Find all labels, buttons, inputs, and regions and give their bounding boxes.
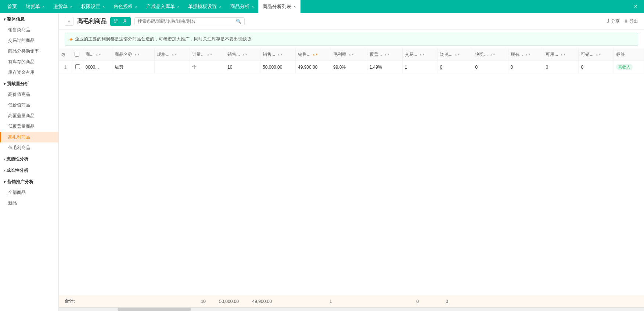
close-icon[interactable]: × bbox=[70, 4, 72, 9]
col-sales3[interactable]: 销售... ▲▼ bbox=[296, 48, 331, 61]
close-icon[interactable]: × bbox=[219, 4, 221, 9]
sidebar-collapse-button[interactable]: « bbox=[65, 17, 73, 26]
nav-sales-order[interactable]: 销货单 × bbox=[21, 0, 49, 13]
col-stock3[interactable]: 可销... ▲▼ bbox=[579, 48, 614, 61]
col-browse1[interactable]: 浏览... ▲▼ bbox=[438, 48, 473, 61]
sidebar-item-low-margin[interactable]: 低毛利商品 bbox=[0, 142, 58, 153]
sidebar-item-high-coverage[interactable]: 高覆盖量商品 bbox=[0, 111, 58, 121]
info-banner: ◈ 企业的主要的利润都是这部分商品创造的，可考虑加大推广，同时关注库存是不要出现… bbox=[65, 33, 638, 46]
cell-stock1: 0 bbox=[508, 61, 543, 73]
table-container[interactable]: ⚙ 商... ▲▼ 商品名称 ▲▼ bbox=[59, 48, 644, 295]
date-filter-button[interactable]: 近一月 bbox=[110, 17, 131, 26]
col-stock1[interactable]: 现有... ▲▼ bbox=[508, 48, 543, 61]
sort-icon: ▲▼ bbox=[242, 53, 248, 56]
footer-label: 合计: bbox=[65, 298, 75, 304]
search-input[interactable] bbox=[138, 19, 236, 24]
nav-role-auth[interactable]: 角色授权 × bbox=[109, 0, 141, 13]
info-icon: ◈ bbox=[69, 37, 73, 42]
table-header-row: ⚙ 商... ▲▼ 商品名称 ▲▼ bbox=[59, 48, 644, 61]
close-icon[interactable]: × bbox=[294, 4, 296, 9]
nav-home[interactable]: 首页 bbox=[3, 0, 21, 13]
chevron-down-icon: ▾ bbox=[4, 180, 6, 184]
select-all-checkbox[interactable] bbox=[75, 52, 79, 57]
col-transaction[interactable]: 交易... ▲▼ bbox=[402, 48, 438, 61]
cell-browse1[interactable]: 0 bbox=[438, 61, 473, 73]
chevron-down-icon: ▾ bbox=[4, 82, 6, 86]
col-spec[interactable]: 规格... ▲▼ bbox=[155, 48, 190, 61]
sidebar-item-sales-goods[interactable]: 销售类商品 bbox=[0, 25, 58, 35]
col-code[interactable]: 商... ▲▼ bbox=[83, 48, 112, 61]
search-icon[interactable]: 🔍 bbox=[236, 19, 241, 24]
cell-transaction: 1 bbox=[402, 61, 438, 73]
col-checkbox bbox=[72, 48, 83, 61]
col-gross-rate[interactable]: 毛利率 ▲▼ bbox=[331, 48, 367, 61]
nav-permission-settings[interactable]: 权限设置 × bbox=[77, 0, 109, 13]
cell-sales1: 10 bbox=[225, 61, 260, 73]
sidebar-item-high-value[interactable]: 高价值商品 bbox=[0, 89, 58, 100]
settings-icon[interactable]: ⚙ bbox=[61, 52, 66, 58]
sidebar-item-low-coverage[interactable]: 低覆盖量商品 bbox=[0, 121, 58, 132]
cell-sales3: 49,900.00 bbox=[296, 61, 331, 73]
footer-stock2: 0 bbox=[419, 299, 448, 304]
share-icon: ⤴ bbox=[607, 19, 609, 24]
share-button[interactable]: ⤴ 分享 bbox=[607, 18, 620, 25]
close-icon[interactable]: × bbox=[252, 4, 254, 9]
sidebar-group-overall[interactable]: ▾ 整体信息 bbox=[0, 13, 58, 25]
sidebar-item-category-sales-rate[interactable]: 商品分类助销率 bbox=[0, 46, 58, 57]
nav-product-analysis-list[interactable]: 商品分析列表 × bbox=[258, 0, 300, 13]
sidebar-item-stock-capital[interactable]: 库存资金占用 bbox=[0, 67, 58, 78]
row-index: 1 bbox=[59, 61, 72, 73]
export-button[interactable]: ⬇ 导出 bbox=[624, 18, 638, 25]
table-row: 1 0000... 运费 bbox=[59, 61, 644, 73]
col-settings[interactable]: ⚙ bbox=[59, 48, 72, 61]
close-icon[interactable]: × bbox=[177, 4, 179, 9]
col-stock2[interactable]: 可用... ▲▼ bbox=[543, 48, 579, 61]
col-sales2[interactable]: 销售... ▲▼ bbox=[260, 48, 296, 61]
col-coverage[interactable]: 覆盖... ▲▼ bbox=[367, 48, 402, 61]
sort-icon: ▲▼ bbox=[312, 53, 318, 56]
scrollbar-thumb[interactable] bbox=[118, 308, 191, 311]
nav-purchase-order[interactable]: 进货单 × bbox=[49, 0, 76, 13]
sort-icon: ▲▼ bbox=[348, 53, 354, 56]
close-icon[interactable]: × bbox=[135, 4, 137, 9]
sort-icon: ▲▼ bbox=[454, 53, 460, 56]
bottom-scrollbar[interactable] bbox=[59, 307, 644, 311]
row-checkbox-cell bbox=[72, 61, 83, 73]
nav-template-settings[interactable]: 单据模板设置 × bbox=[184, 0, 226, 13]
sidebar-item-new-goods[interactable]: 新品 bbox=[0, 198, 58, 209]
close-all-button[interactable]: × bbox=[630, 3, 641, 10]
close-icon[interactable]: × bbox=[42, 4, 44, 9]
nav-product-analysis[interactable]: 商品分析 × bbox=[226, 0, 258, 13]
sidebar-group-contribution[interactable]: ▾ 贡献量分析 bbox=[0, 78, 58, 89]
sidebar-group-growth[interactable]: › 成长性分析 bbox=[0, 164, 58, 176]
col-browse2[interactable]: 浏览... ▲▼ bbox=[473, 48, 508, 61]
chevron-right-icon: › bbox=[4, 169, 5, 173]
content-area: « 高毛利商品 近一月 🔍 ⤴ 分享 ⬇ 导出 bbox=[59, 13, 644, 311]
sidebar-item-all-goods[interactable]: 全部商品 bbox=[0, 187, 58, 198]
sidebar-item-in-stock-goods[interactable]: 有库存的商品 bbox=[0, 57, 58, 67]
sidebar-item-high-margin[interactable]: 高毛利商品 bbox=[0, 132, 58, 142]
col-sales1[interactable]: 销售... ▲▼ bbox=[225, 48, 260, 61]
col-unit[interactable]: 计量... ▲▼ bbox=[190, 48, 225, 61]
cell-unit: 个 bbox=[190, 61, 225, 73]
cell-stock2: 0 bbox=[543, 61, 579, 73]
sort-icon: ▲▼ bbox=[560, 53, 566, 56]
sidebar-group-marketing[interactable]: ▾ 营销推广分析 bbox=[0, 176, 58, 187]
cell-code: 0000... bbox=[83, 61, 112, 73]
cell-browse2: 0 bbox=[473, 61, 508, 73]
close-icon[interactable]: × bbox=[102, 4, 105, 9]
data-table: ⚙ 商... ▲▼ 商品名称 ▲▼ bbox=[59, 48, 644, 73]
col-name[interactable]: 商品名称 ▲▼ bbox=[112, 48, 155, 61]
row-checkbox[interactable] bbox=[75, 64, 80, 69]
header-actions: ⤴ 分享 ⬇ 导出 bbox=[607, 18, 638, 25]
footer-sales3: 49,900.00 bbox=[239, 299, 272, 304]
sidebar-group-trend[interactable]: › 流趋性分析 bbox=[0, 153, 58, 164]
export-icon: ⬇ bbox=[624, 19, 628, 24]
sort-icon: ▲▼ bbox=[490, 53, 496, 56]
sidebar-item-low-value[interactable]: 低价值商品 bbox=[0, 100, 58, 111]
sidebar-item-traded-goods[interactable]: 交易过的商品 bbox=[0, 35, 58, 46]
sidebar: ▾ 整体信息 销售类商品 交易过的商品 商品分类助销率 有库存的商品 库存资金占… bbox=[0, 13, 59, 311]
sort-icon: ▲▼ bbox=[525, 53, 531, 56]
nav-product-storage[interactable]: 产成品入库单 × bbox=[142, 0, 184, 13]
footer-bar: 合计: 10 50,000.00 49,900.00 bbox=[59, 295, 644, 307]
